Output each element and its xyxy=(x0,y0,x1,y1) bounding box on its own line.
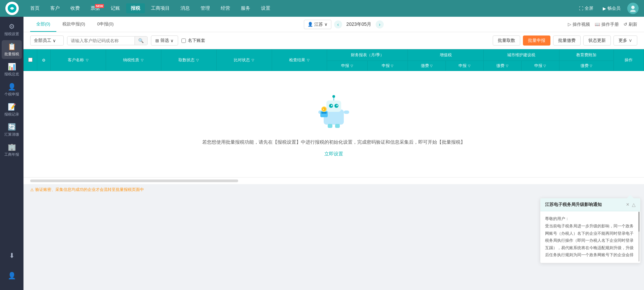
refresh-link[interactable]: ↺ 刷新 xyxy=(624,21,637,27)
th-vat-declare: 申报 ▽ xyxy=(367,61,408,71)
setup-link[interactable]: 立即设置 xyxy=(324,151,343,157)
sidebar-item-tax-settings[interactable]: ⚙ 报税设置 xyxy=(2,20,22,39)
tab-tax-declaration[interactable]: 税款申报(0) xyxy=(56,17,91,32)
svg-point-7 xyxy=(331,105,332,106)
nav-message[interactable]: 消息 xyxy=(176,3,195,13)
sidebar-item-tax-overview[interactable]: 📊 报税总览 xyxy=(2,60,22,79)
filter-icon[interactable]: ▽ xyxy=(86,58,89,62)
employee-select-text: 全部员工 xyxy=(34,38,51,44)
sidebar-item-settlement[interactable]: 🔄 汇算清缴 xyxy=(2,121,22,139)
th-urban-construction: 城市维护建设税 xyxy=(483,50,559,61)
operation-video-link[interactable]: ▷ 操作视频 xyxy=(568,21,590,27)
employee-selector[interactable]: 全部员工 ∨ xyxy=(30,35,64,46)
sidebar-download[interactable]: ⬇ xyxy=(2,246,22,265)
nav-operation[interactable]: 经营 xyxy=(216,3,235,13)
search-button[interactable]: 🔍 xyxy=(135,37,147,45)
app-logo[interactable] xyxy=(5,2,19,15)
notification-scrollbar[interactable] xyxy=(638,212,640,262)
sidebar-user[interactable]: 👤 xyxy=(2,267,22,285)
filter-icon[interactable]: ▽ xyxy=(196,58,199,62)
personal-tax-icon: 👤 xyxy=(8,83,16,91)
account-set-checkbox-label[interactable]: 名下账套 xyxy=(181,38,205,44)
filter-icon[interactable]: ▽ xyxy=(430,64,433,68)
member-button[interactable]: ▶ 畅会员 xyxy=(600,4,623,13)
member-icon: ▶ xyxy=(603,6,606,11)
nav-business[interactable]: 工商项目 xyxy=(146,3,174,13)
svg-rect-13 xyxy=(320,111,328,117)
filter-icon[interactable]: ▽ xyxy=(351,64,353,68)
notification-popup: 江苏电子税务局升级影响通知 × △ 尊敬的用户： 受当前电子税务局进一步升级的影… xyxy=(540,198,641,263)
nav-home[interactable]: 首页 xyxy=(25,3,44,13)
search-input[interactable] xyxy=(67,37,135,45)
batch-fetch-button[interactable]: 批量取数 xyxy=(493,35,520,46)
sidebar-item-personal-tax[interactable]: 👤 个税申报 xyxy=(2,80,22,99)
province-selector[interactable]: 👤 江苏 ∨ xyxy=(304,20,331,29)
operation-manual-link[interactable]: 📖 操作手册 xyxy=(595,21,619,27)
svg-point-8 xyxy=(336,105,338,106)
chevron-down-icon: ∨ xyxy=(53,38,56,43)
filter-icon[interactable]: ▽ xyxy=(543,64,546,68)
fullscreen-button[interactable]: ⛶ 全屏 xyxy=(576,4,596,13)
notification-close-x[interactable]: × xyxy=(626,202,629,208)
download-icon: ⬇ xyxy=(9,251,15,260)
notification-scroll-up[interactable]: △ xyxy=(632,202,636,207)
nav-accounting[interactable]: 记账 xyxy=(106,3,125,13)
nav-menu: 首页 客户 收费 票据 NEW 记账 报税 工商项目 消息 管理 经营 服务 设… xyxy=(25,3,576,13)
next-month-button[interactable]: › xyxy=(376,20,384,28)
filter-icon[interactable]: ▽ xyxy=(307,58,310,62)
status-update-button[interactable]: 状态更新 xyxy=(583,35,611,46)
notification-scrollbar-thumb[interactable] xyxy=(638,212,640,232)
chevron-down-icon: ∨ xyxy=(324,22,328,27)
batch-declare-button[interactable]: 批量申报 xyxy=(523,35,550,46)
nav-customer[interactable]: 客户 xyxy=(46,3,64,13)
tax-overview-icon: 📊 xyxy=(8,63,16,71)
th-financial-report-declare: 申报 ▽ xyxy=(327,61,367,71)
warning-icon: ⚠ xyxy=(30,188,34,192)
sidebar-item-tax-record[interactable]: 📝 报税记录 xyxy=(2,100,22,119)
sidebar-label-batch-tax: 批量报税 xyxy=(4,52,19,56)
filter-icon[interactable]: ▽ xyxy=(391,64,393,68)
filter-icon[interactable]: ▽ xyxy=(468,64,471,68)
svg-rect-19 xyxy=(335,124,340,128)
fullscreen-icon: ⛶ xyxy=(579,6,583,11)
tax-record-icon: 📝 xyxy=(8,103,16,111)
nav-service[interactable]: 服务 xyxy=(236,3,255,13)
nav-invoice[interactable]: 票据 NEW xyxy=(86,3,105,13)
annual-report-icon: 🏢 xyxy=(8,143,16,151)
filter-icon[interactable]: ▽ xyxy=(506,64,508,68)
sidebar-bottom: ⬇ 👤 xyxy=(2,246,22,290)
filter-icon[interactable]: ▽ xyxy=(141,58,144,62)
sidebar-item-batch-tax[interactable]: 📋 批量报税 xyxy=(2,40,22,59)
nav-manage[interactable]: 管理 xyxy=(196,3,215,13)
th-fetch-status: 取数状态 ▽ xyxy=(161,50,216,71)
user-icon: 👤 xyxy=(8,272,16,280)
tab-all[interactable]: 全部(0) xyxy=(30,17,56,32)
book-icon: 📖 xyxy=(595,22,600,27)
batch-pay-button[interactable]: 批量缴费 xyxy=(553,35,581,46)
select-all-checkbox[interactable] xyxy=(28,58,33,62)
more-button[interactable]: 更多 ∨ xyxy=(613,35,637,46)
popup-decoration xyxy=(627,195,634,198)
prev-month-button[interactable]: ‹ xyxy=(334,20,342,28)
video-icon: ▷ xyxy=(568,22,571,27)
filter-label: 筛选 xyxy=(160,38,169,44)
scroll-area xyxy=(23,177,644,184)
filter-button[interactable]: ⊞ 筛选 ∨ xyxy=(151,35,178,46)
account-set-checkbox[interactable] xyxy=(181,39,186,43)
sidebar-item-annual-report[interactable]: 🏢 工商年报 xyxy=(2,141,22,159)
settings-icon[interactable]: ⚙ xyxy=(42,58,46,63)
filter-icon[interactable]: ▽ xyxy=(590,64,592,68)
svg-point-6 xyxy=(334,104,338,108)
nav-tax[interactable]: 报税 xyxy=(126,3,145,13)
toolbar: 全部员工 ∨ 🔍 ⊞ 筛选 ∨ 名下账套 批量取数 批量申报 批量缴费 状态更新 xyxy=(23,32,644,49)
customer-name-label: 客户名称 xyxy=(68,58,84,62)
user-avatar[interactable] xyxy=(627,3,639,14)
toolbar-right: 批量取数 批量申报 批量缴费 状态更新 更多 ∨ xyxy=(493,35,637,46)
horizontal-scrollbar[interactable] xyxy=(30,179,238,182)
refresh-icon: ↺ xyxy=(624,22,627,27)
tab-zero-declaration[interactable]: 0申报(0) xyxy=(91,17,120,32)
nav-settings[interactable]: 设置 xyxy=(256,3,275,13)
filter-icon[interactable]: ▽ xyxy=(252,58,254,62)
nav-fee[interactable]: 收费 xyxy=(66,3,85,13)
notification-text: 尊敬的用户： 受当前电子税务局进一步升级的影响，同一个政务网账号（办税人）名下的… xyxy=(545,215,636,259)
